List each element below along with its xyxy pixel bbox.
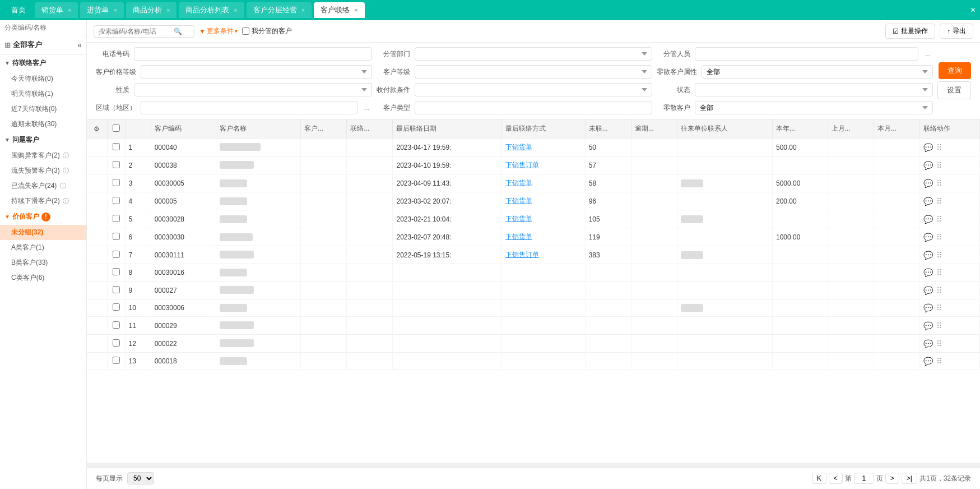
page-number-input[interactable] [854, 473, 874, 484]
filter-more-conditions[interactable]: ▼ 更多条件 ▾ [199, 26, 238, 36]
sidebar-section-value-header[interactable]: ▼ 价值客户 ! [0, 209, 86, 225]
filter-search-icon[interactable]: 🔍 [174, 27, 182, 35]
filter-select-price-level[interactable] [141, 65, 372, 79]
nav-tab-product-analysis-list[interactable]: 商品分析列表 × [179, 2, 244, 18]
last-page-button[interactable]: >| [902, 473, 917, 484]
close-customer-contact-icon[interactable]: × [354, 7, 357, 13]
more-icon[interactable]: ⠿ [936, 251, 942, 260]
col-type[interactable]: 客户... [300, 119, 346, 139]
filter-select-nature[interactable] [134, 83, 372, 96]
chat-icon[interactable]: 💬 [923, 286, 933, 295]
row-checkbox[interactable] [113, 321, 120, 329]
col-code[interactable]: 客户编码 [151, 119, 216, 139]
chat-icon[interactable]: 💬 [923, 233, 933, 242]
chat-icon[interactable]: 💬 [923, 303, 933, 312]
filter-input-customer-type[interactable] [415, 101, 653, 114]
sidebar-item-unassigned[interactable]: 未分组(32) [0, 225, 86, 240]
chat-icon[interactable]: 💬 [923, 215, 933, 224]
sidebar-item-abnormal[interactable]: 囤购异常客户(2) ⓘ [0, 148, 86, 163]
sidebar-search-input[interactable] [4, 24, 87, 31]
more-icon[interactable]: ⠿ [936, 303, 942, 312]
more-icon[interactable]: ⠿ [936, 215, 942, 224]
col-this-year[interactable]: 本年... [772, 119, 828, 139]
sidebar-item-class-c[interactable]: C类客户(6) [0, 270, 86, 285]
filter-select-dept[interactable] [415, 47, 653, 61]
row-checkbox[interactable] [113, 215, 120, 222]
close-product-analysis-list-icon[interactable]: × [234, 7, 237, 13]
filter-input-region[interactable] [141, 101, 357, 114]
sidebar-item-overdue[interactable]: 逾期未联络(30) [0, 117, 86, 132]
filter-dots-person[interactable]: ... [923, 50, 933, 58]
row-checkbox[interactable] [113, 303, 120, 311]
more-icon[interactable]: ⠿ [936, 268, 942, 277]
filter-select-status[interactable] [695, 83, 933, 96]
row-checkbox[interactable] [113, 251, 120, 258]
sidebar-item-today[interactable]: 今天待联络(0) [0, 71, 86, 86]
chat-icon[interactable]: 💬 [923, 179, 933, 188]
settings-icon[interactable]: ⚙ [94, 125, 100, 133]
chat-icon[interactable]: 💬 [923, 161, 933, 170]
sidebar-item-class-a[interactable]: A类客户(1) [0, 240, 86, 255]
nav-tab-product-analysis[interactable]: 商品分析 × [126, 2, 177, 18]
page-size-select[interactable]: 50 [127, 472, 154, 485]
sidebar-item-7days[interactable]: 近7天待联络(0) [0, 102, 86, 117]
sidebar-collapse-button[interactable]: « [77, 40, 82, 49]
filter-select-payment[interactable] [415, 83, 653, 96]
filter-select-retail-attr[interactable]: 全部 [702, 65, 933, 79]
select-all-checkbox[interactable] [113, 124, 120, 132]
filter-input-person[interactable] [695, 47, 918, 61]
sidebar-item-declining[interactable]: 持续下滑客户(2) ⓘ [0, 193, 86, 209]
reset-button[interactable]: 设置 [937, 81, 971, 99]
col-contact[interactable]: 联络... [347, 119, 393, 139]
chat-icon[interactable]: 💬 [923, 268, 933, 277]
more-icon[interactable]: ⠿ [936, 357, 942, 366]
more-icon[interactable]: ⠿ [936, 179, 942, 188]
row-checkbox[interactable] [113, 286, 120, 293]
col-settings[interactable]: ⚙ [87, 119, 107, 139]
filter-search-input[interactable] [99, 27, 171, 35]
col-unit-contact[interactable]: 往来单位联系人 [677, 119, 773, 139]
col-last-contact-method[interactable]: 最后联络方式 [501, 119, 585, 139]
row-checkbox[interactable] [113, 179, 120, 186]
nav-tab-sales[interactable]: 销货单 × [35, 2, 78, 18]
nav-tab-customer-contact[interactable]: 客户联络 × [314, 2, 364, 18]
batch-operation-button[interactable]: ☑ 批量操作 [885, 24, 935, 39]
col-checkbox[interactable] [107, 119, 125, 139]
col-not-contacted[interactable]: 未联... [585, 119, 631, 139]
my-customers-checkbox[interactable] [242, 27, 249, 35]
sidebar-all-customers[interactable]: ⊞ 全部客户 « [0, 35, 86, 55]
prev-page-button[interactable]: < [829, 473, 843, 484]
chat-icon[interactable]: 💬 [923, 143, 933, 152]
sidebar-item-class-b[interactable]: B类客户(33) [0, 255, 86, 270]
col-last-month[interactable]: 上月... [828, 119, 874, 139]
chat-icon[interactable]: 💬 [923, 357, 933, 366]
more-icon[interactable]: ⠿ [936, 286, 942, 295]
more-icon[interactable]: ⠿ [936, 161, 942, 170]
close-all-button[interactable]: × [970, 5, 976, 15]
row-checkbox[interactable] [113, 161, 120, 168]
col-this-month[interactable]: 本月... [874, 119, 919, 139]
export-button[interactable]: ↑ 导出 [940, 24, 973, 39]
query-button[interactable]: 查询 [939, 62, 971, 79]
next-page-button[interactable]: > [885, 473, 899, 484]
filter-dots-region[interactable]: ... [362, 104, 372, 112]
chat-icon[interactable]: 💬 [923, 339, 933, 348]
sidebar-section-problem-header[interactable]: ▼ 问题客户 [0, 132, 86, 148]
row-checkbox[interactable] [113, 143, 120, 150]
sidebar-section-pending-header[interactable]: ▼ 待联络客户 [0, 55, 86, 71]
first-page-button[interactable]: K [812, 473, 826, 484]
nav-tab-customer-segment[interactable]: 客户分层经营 × [247, 2, 312, 18]
col-name[interactable]: 客户名称 [216, 119, 300, 139]
close-product-analysis-icon[interactable]: × [166, 7, 170, 13]
close-sales-icon[interactable]: × [68, 7, 71, 13]
nav-tab-purchase[interactable]: 进货单 × [80, 2, 123, 18]
row-checkbox[interactable] [113, 233, 120, 240]
more-icon[interactable]: ⠿ [936, 233, 942, 242]
sidebar-item-churn-warning[interactable]: 流失预警客户(3) ⓘ [0, 163, 86, 178]
more-icon[interactable]: ⠿ [936, 143, 942, 152]
more-icon[interactable]: ⠿ [936, 339, 942, 348]
chat-icon[interactable]: 💬 [923, 251, 933, 260]
nav-tab-home[interactable]: 首页 [4, 2, 32, 18]
row-checkbox[interactable] [113, 339, 120, 347]
more-icon[interactable]: ⠿ [936, 321, 942, 330]
